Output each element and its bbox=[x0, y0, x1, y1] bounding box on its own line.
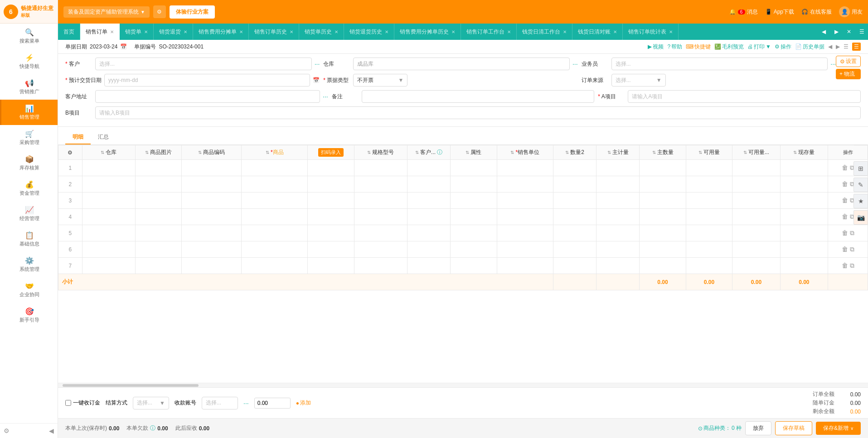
tab-sales-order[interactable]: 销售订单 ✕ bbox=[80, 24, 120, 40]
row-unit[interactable] bbox=[497, 176, 553, 193]
tab-order-workbench[interactable]: 销售订单工作台 ✕ bbox=[461, 24, 517, 40]
tab-close-icon[interactable]: ✕ bbox=[290, 29, 293, 34]
row-warehouse[interactable] bbox=[82, 193, 135, 209]
save-new-button[interactable]: 保存&新增 ∨ bbox=[816, 422, 861, 435]
tab-close-icon[interactable]: ✕ bbox=[507, 29, 511, 34]
help-link[interactable]: ? 帮助 bbox=[667, 43, 682, 51]
sidebar-item-operations[interactable]: 📈 经营管理 bbox=[0, 201, 58, 226]
sidebar-item-quicknav[interactable]: ⚡ 快捷导航 bbox=[0, 49, 58, 74]
nav-prev-icon[interactable]: ◀ bbox=[828, 43, 832, 50]
tab-menu-button[interactable]: ☰ bbox=[855, 24, 868, 40]
one-click-checkbox[interactable] bbox=[65, 400, 71, 406]
salesperson-input[interactable]: 选择... bbox=[611, 58, 828, 70]
sidebar-item-system[interactable]: ⚙️ 系统管理 bbox=[0, 252, 58, 277]
copy-icon[interactable]: ⧉ bbox=[850, 262, 854, 270]
tab-close-icon[interactable]: ✕ bbox=[110, 29, 114, 34]
calendar-icon[interactable]: 📅 bbox=[120, 43, 127, 50]
product-count-link[interactable]: ⊙ 商品种类： 0 种 bbox=[698, 424, 742, 432]
row-unit[interactable] bbox=[497, 160, 553, 176]
sidebar-item-enterprise[interactable]: 🤝 企业协同 bbox=[0, 277, 58, 303]
grid-view-icon[interactable]: ☰ bbox=[844, 43, 849, 50]
sidebar-item-inventory[interactable]: 📦 库存核算 bbox=[0, 150, 58, 176]
row-warehouse[interactable] bbox=[82, 176, 135, 193]
sort-icon[interactable]: ⇅ bbox=[367, 150, 371, 155]
salesperson-ellipsis-button[interactable]: ··· bbox=[830, 60, 836, 67]
row-spec[interactable] bbox=[354, 176, 407, 193]
delivery-calendar-icon[interactable]: 📅 bbox=[313, 77, 320, 83]
col-settings[interactable]: ⚙ bbox=[58, 145, 82, 160]
delete-icon[interactable]: 🗑 bbox=[842, 213, 848, 221]
scrollbar-thumb[interactable] bbox=[63, 384, 199, 387]
scan-button[interactable]: 扫码录入 bbox=[318, 148, 344, 157]
tab-sales-bill[interactable]: 销货单 ✕ bbox=[120, 24, 154, 40]
b-project-input[interactable]: 请输入B项目 bbox=[95, 106, 861, 119]
sort-icon[interactable]: ⇅ bbox=[565, 150, 569, 155]
nav-next-icon[interactable]: ▶ bbox=[836, 43, 840, 50]
tab-close-icon[interactable]: ✕ bbox=[335, 29, 338, 34]
row-available[interactable] bbox=[686, 176, 732, 193]
settings-button[interactable]: ⚙ 设置 bbox=[836, 56, 861, 67]
tab-detail[interactable]: 明细 bbox=[65, 130, 91, 144]
row-main-qty[interactable] bbox=[640, 160, 686, 176]
history-link[interactable]: 📄 历史单据 bbox=[795, 43, 824, 51]
copy-icon[interactable]: ⧉ bbox=[850, 245, 854, 253]
add-material-button[interactable]: + 物流 bbox=[836, 69, 861, 79]
topbar-gear-button[interactable]: ⚙ bbox=[153, 5, 166, 18]
sidebar-item-finance[interactable]: 💰 资金管理 bbox=[0, 176, 58, 201]
row-warehouse[interactable] bbox=[82, 160, 135, 176]
sort-icon[interactable]: ⇅ bbox=[145, 150, 149, 155]
tab-close-icon[interactable]: ✕ bbox=[385, 29, 388, 34]
tab-sales-expense[interactable]: 销售费用分摊单 ✕ bbox=[193, 24, 249, 40]
add-button[interactable]: ● 添加 bbox=[296, 399, 311, 407]
tab-close-icon[interactable]: ✕ bbox=[613, 29, 617, 34]
sidebar-item-sales[interactable]: 📊 销售管理 bbox=[0, 100, 58, 125]
row-main-unit[interactable] bbox=[596, 160, 640, 176]
list-view-icon[interactable]: ☰ bbox=[852, 43, 861, 51]
delete-icon[interactable]: 🗑 bbox=[842, 164, 848, 172]
row-qty2[interactable] bbox=[553, 176, 596, 193]
row-customer-code[interactable] bbox=[407, 160, 450, 176]
sort-icon[interactable]: ⇅ bbox=[793, 150, 797, 155]
row-product[interactable] bbox=[242, 160, 308, 176]
sidebar-item-marketing[interactable]: 📢 营销推广 bbox=[0, 74, 58, 100]
warehouse-ellipsis-button[interactable]: ··· bbox=[572, 60, 578, 67]
row-available[interactable] bbox=[686, 160, 732, 176]
delete-icon[interactable]: 🗑 bbox=[842, 180, 848, 188]
sort-icon[interactable]: ⇅ bbox=[101, 150, 104, 155]
tab-next-button[interactable]: ▶ bbox=[830, 24, 843, 40]
tab-sales-stats[interactable]: 销售订单统计表 ✕ bbox=[623, 24, 679, 40]
settings-bottom-icon[interactable]: ⚙ bbox=[4, 427, 10, 434]
view-link[interactable]: ▶ 视频 bbox=[648, 43, 664, 51]
row-code[interactable] bbox=[182, 176, 242, 193]
tab-close-icon[interactable]: ✕ bbox=[451, 29, 455, 34]
tab-sales-bill-history[interactable]: 销货单历史 ✕ bbox=[299, 24, 344, 40]
warehouse-input[interactable]: 成品库 bbox=[353, 58, 570, 70]
online-service-item[interactable]: 🎧 在线客服 bbox=[801, 8, 832, 16]
row-qty2[interactable] bbox=[553, 160, 596, 176]
row-main-qty[interactable] bbox=[640, 176, 686, 193]
row-image[interactable] bbox=[135, 160, 181, 176]
sort-icon[interactable]: ⇅ bbox=[198, 150, 202, 155]
print-link[interactable]: 🖨 打印 ▼ bbox=[747, 43, 771, 51]
sort-icon[interactable]: ⇅ bbox=[607, 150, 611, 155]
system-name[interactable]: 装备及固定资产辅助管理系统 ▼ bbox=[63, 6, 150, 18]
solution-button[interactable]: 体验行业方案 bbox=[170, 5, 215, 19]
tab-close-icon[interactable]: ✕ bbox=[239, 29, 243, 34]
float-icon-3[interactable]: ✎ bbox=[853, 178, 868, 192]
row-main-unit[interactable] bbox=[596, 176, 640, 193]
customer-input[interactable]: 选择... bbox=[95, 58, 312, 70]
tab-close-icon[interactable]: ✕ bbox=[669, 29, 673, 34]
operation-link[interactable]: ⚙ 操作 bbox=[775, 43, 791, 51]
invoice-type-select[interactable]: 不开票 ▼ bbox=[353, 74, 407, 87]
notification-item[interactable]: 🔔 6 消息 bbox=[729, 8, 758, 16]
sort-icon[interactable]: ⇅ bbox=[510, 150, 514, 155]
payment-method-select[interactable]: 选择... ▼ bbox=[133, 397, 169, 409]
sidebar-item-purchase[interactable]: 🛒 采购管理 bbox=[0, 125, 58, 150]
tab-expense-history[interactable]: 销售费用分摊单历史 ✕ bbox=[394, 24, 461, 40]
tab-close-icon[interactable]: ✕ bbox=[563, 29, 567, 34]
one-click-label[interactable]: 一键收订金 bbox=[65, 399, 100, 407]
delete-icon[interactable]: 🗑 bbox=[842, 229, 848, 237]
amount-input[interactable] bbox=[254, 398, 291, 409]
tab-sales-return[interactable]: 销货退货 ✕ bbox=[154, 24, 193, 40]
row-property[interactable] bbox=[451, 160, 497, 176]
